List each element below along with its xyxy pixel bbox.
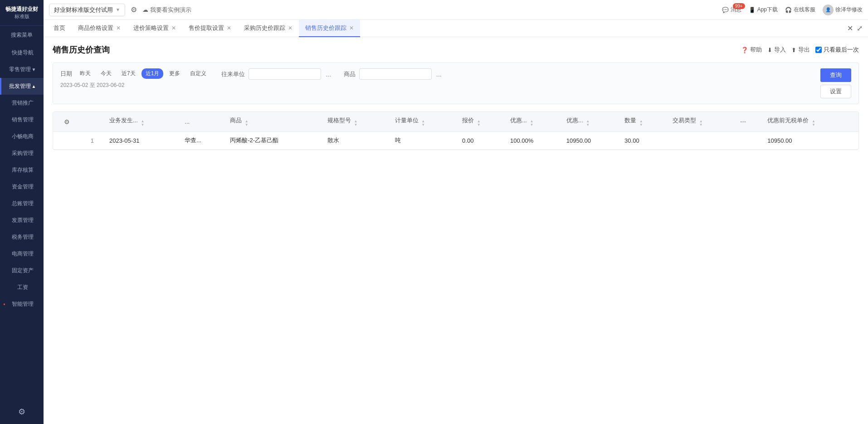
tab-sale-price[interactable]: 售价提取设置 ✕: [182, 20, 238, 37]
date-more-btn[interactable]: 更多: [165, 68, 184, 79]
tab-home[interactable]: 首页: [47, 20, 72, 37]
online-service-label: 在线客服: [794, 6, 815, 14]
sort-desc-icon: ▼: [421, 123, 425, 127]
import-button[interactable]: ⬇ 导入: [767, 46, 786, 54]
sort-desc-icon: ▼: [812, 123, 815, 127]
close-panel-button[interactable]: ✕: [847, 24, 853, 33]
gear-icon[interactable]: ⚙: [64, 118, 70, 125]
sidebar-bottom: ⚙: [0, 400, 44, 424]
col-unit[interactable]: 计量单位 ▲ ▼: [390, 112, 457, 132]
col-gear: ⚙: [53, 112, 81, 132]
col-unit-label: 计量单位: [395, 117, 419, 124]
help-button[interactable]: ❓ 帮助: [741, 46, 762, 54]
date-last1month-btn[interactable]: 近1月: [141, 68, 164, 79]
sort-desc-icon: ▼: [354, 123, 358, 127]
sidebar-item-invoice-mgmt[interactable]: 发票管理: [0, 212, 44, 229]
date-today-btn[interactable]: 今天: [97, 68, 116, 79]
sidebar-item-inventory[interactable]: 库存核算: [0, 162, 44, 178]
col-pre-tax-price[interactable]: 优惠前无税单价 ▲ ▼: [762, 112, 858, 132]
sort-icons: ▲ ▼: [639, 120, 643, 127]
col-spec[interactable]: 规格型号 ▲ ▼: [322, 112, 390, 132]
sidebar-item-capital-mgmt[interactable]: 资金管理: [0, 178, 44, 195]
col-discount2[interactable]: 优惠... ▲ ▼: [561, 112, 619, 132]
sidebar-item-tax-mgmt[interactable]: 税务管理: [0, 229, 44, 246]
settings-button[interactable]: 设置: [820, 85, 851, 98]
col-biz-date[interactable]: 业务发生... ▲ ▼: [104, 112, 179, 132]
row-pre-tax-price-cell: 10950.00: [762, 132, 858, 149]
search-menu-label[interactable]: 搜索菜单: [4, 29, 40, 41]
table-row[interactable]: 1 2023-05-31 华查... 丙烯酸-2-乙基己酯 散水 吨 0.00 …: [53, 132, 858, 149]
sidebar-item-general-ledger[interactable]: 总账管理: [0, 195, 44, 212]
sidebar-item-wholesale-mgmt[interactable]: 批发管理 ▲: [0, 78, 44, 95]
sidebar-item-xiaochang[interactable]: 小畅电商: [0, 128, 44, 145]
only-last-label: 只看最后一次: [824, 46, 859, 54]
col-qty[interactable]: 数量 ▲ ▼: [619, 112, 667, 132]
row-quote-cell: 0.00: [457, 132, 505, 149]
tab-product-price[interactable]: 商品价格设置 ✕: [72, 20, 127, 37]
col-discount1-label: 优惠...: [510, 117, 527, 124]
col-pre-tax-price-label: 优惠前无税单价: [767, 117, 809, 124]
source-unit-dots-btn[interactable]: ...: [324, 70, 333, 79]
sidebar-item-label: 发票管理: [12, 217, 34, 223]
tab-close-icon[interactable]: ✕: [288, 25, 293, 31]
sidebar-logo: 畅捷通好业财 标准版: [0, 0, 44, 26]
sidebar-item-purchase-mgmt[interactable]: 采购管理: [0, 145, 44, 162]
sidebar-item-fixed-assets[interactable]: 固定资产: [0, 262, 44, 279]
sidebar-item-smart-mgmt[interactable]: 智能管理: [0, 296, 44, 313]
demo-link[interactable]: ☁ 我要看实例演示: [142, 6, 191, 14]
source-unit-input[interactable]: [249, 68, 321, 80]
page-header: 销售历史价查询 ❓ 帮助 ⬇ 导入 ⬆ 导出: [53, 44, 859, 55]
sidebar-item-payroll[interactable]: 工资: [0, 279, 44, 296]
tab-sale-history[interactable]: 销售历史价跟踪 ✕: [299, 20, 360, 37]
product-dots-btn[interactable]: ...: [434, 70, 444, 79]
tab-close-icon[interactable]: ✕: [227, 25, 231, 31]
sidebar-item-quick-nav[interactable]: 快捷导航: [0, 44, 44, 61]
sidebar-settings-icon[interactable]: ⚙: [4, 403, 40, 420]
tab-purchase-history-label: 采购历史价跟踪: [244, 24, 285, 32]
product-input[interactable]: [359, 68, 432, 80]
tab-home-label: 首页: [54, 24, 65, 32]
sidebar-search-menu[interactable]: 搜索菜单: [0, 26, 44, 44]
page-title: 销售历史价查询: [53, 44, 110, 55]
sidebar-item-ecommerce-mgmt[interactable]: 电商管理: [0, 246, 44, 262]
app-name: 畅捷通好业财: [5, 5, 38, 13]
date-yesterday-btn[interactable]: 昨天: [76, 68, 95, 79]
tab-purchase-history[interactable]: 采购历史价跟踪 ✕: [238, 20, 299, 37]
sidebar-item-label: 智能管理: [12, 301, 34, 307]
tab-close-icon[interactable]: ✕: [171, 25, 176, 31]
col-discount1[interactable]: 优惠... ▲ ▼: [505, 112, 561, 132]
col-trans-type[interactable]: 交易类型 ▲ ▼: [667, 112, 735, 132]
export-button[interactable]: ⬆ 导出: [791, 46, 810, 54]
user-menu[interactable]: 👤 徐泽华修改: [823, 5, 863, 15]
col-product[interactable]: 商品 ▲ ▼: [224, 112, 322, 132]
row-discount2-cell: 10950.00: [561, 132, 619, 149]
chevron-down-icon: ▼: [32, 67, 36, 72]
date-custom-btn[interactable]: 自定义: [186, 68, 210, 79]
tab-close-icon[interactable]: ✕: [349, 25, 354, 31]
query-button[interactable]: 查询: [820, 68, 851, 82]
row-product-cell: 丙烯酸-2-乙基己酯: [224, 132, 322, 149]
sort-desc-icon: ▼: [586, 123, 590, 127]
sidebar-item-marketing[interactable]: 营销推广: [0, 95, 44, 111]
tab-product-price-label: 商品价格设置: [78, 24, 113, 32]
sidebar-item-retail-mgmt[interactable]: 零售管理 ▼: [0, 61, 44, 78]
tab-sale-history-label: 销售历史价跟踪: [305, 24, 346, 32]
user-name: 徐泽华修改: [835, 6, 863, 14]
date-range-display: 2023-05-02 至 2023-06-02: [60, 82, 210, 89]
maximize-panel-button[interactable]: ⤢: [857, 24, 863, 33]
source-unit-filter: 往来单位 ...: [221, 68, 333, 80]
sidebar-item-sales-mgmt[interactable]: 销售管理: [0, 111, 44, 128]
app-select-dropdown[interactable]: 好业财标准版交付试用 ▼: [49, 4, 125, 16]
tab-purchase-strategy[interactable]: 进价策略设置 ✕: [127, 20, 182, 37]
app-edition: 标准版: [15, 13, 29, 20]
date-last7days-btn[interactable]: 近7天: [117, 68, 140, 79]
online-service-action[interactable]: 🎧 在线客服: [785, 6, 815, 14]
tab-close-icon[interactable]: ✕: [116, 25, 121, 31]
app-download-action[interactable]: 📱 App下载: [749, 6, 778, 14]
only-last-checkbox[interactable]: [815, 47, 822, 53]
col-quote[interactable]: 报价 ▲ ▼: [457, 112, 505, 132]
sort-icons: ▲ ▼: [812, 120, 815, 127]
app-select-label: 好业财标准版交付试用: [54, 6, 113, 14]
message-action[interactable]: 💬 消息 99+: [722, 6, 741, 14]
topbar-settings-icon[interactable]: ⚙: [129, 4, 139, 16]
